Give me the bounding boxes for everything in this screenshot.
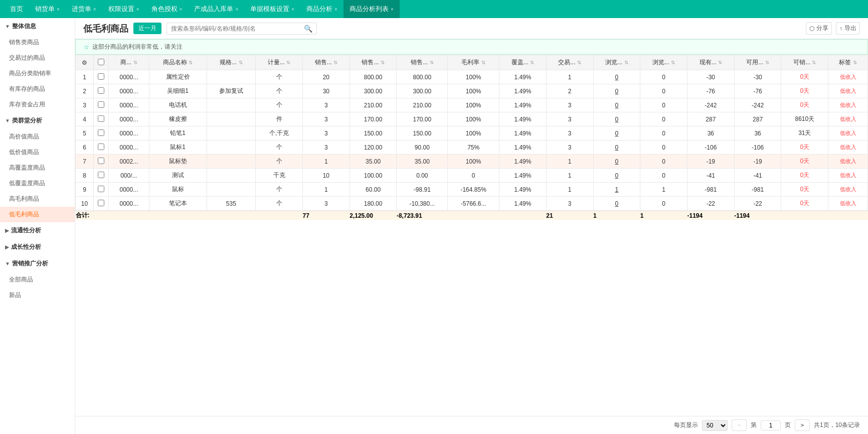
row-check[interactable] bbox=[98, 101, 104, 108]
row-num: 8 bbox=[76, 169, 94, 183]
row-view1[interactable]: 0 bbox=[593, 98, 640, 112]
row-view1[interactable]: 1 bbox=[593, 183, 640, 197]
col-tag[interactable]: 标签 ⇅ bbox=[828, 55, 868, 70]
row-check[interactable] bbox=[98, 73, 104, 80]
row-check[interactable] bbox=[98, 143, 104, 150]
col-sales-amount[interactable]: 销售... ⇅ bbox=[397, 55, 448, 70]
sidebar-item-high-value[interactable]: 高价值商品 bbox=[0, 129, 75, 144]
col-spec[interactable]: 规格... ⇅ bbox=[207, 55, 256, 70]
row-code: 0000... bbox=[109, 70, 149, 84]
row-current-stock: -106 bbox=[687, 140, 734, 155]
row-sales-qty: 1 bbox=[302, 155, 350, 169]
row-check[interactable] bbox=[98, 87, 104, 94]
prev-page-button[interactable]: ＜ bbox=[732, 419, 747, 431]
row-check[interactable] bbox=[98, 186, 104, 192]
row-code: 0000... bbox=[109, 98, 149, 112]
row-view1[interactable]: 0 bbox=[593, 112, 640, 126]
nav-sales[interactable]: 销货单 × bbox=[29, 0, 66, 18]
sidebar-item-stocked-goods[interactable]: 有库存的商品 bbox=[0, 81, 75, 97]
sidebar-section-circulation[interactable]: ▶ 流通性分析 bbox=[0, 222, 75, 239]
row-check[interactable] bbox=[98, 129, 104, 136]
col-name[interactable]: 商品名称 ⇅ bbox=[149, 55, 207, 70]
sidebar-item-sales-goods[interactable]: 销售类商品 bbox=[0, 35, 75, 50]
select-all-checkbox[interactable] bbox=[98, 59, 104, 65]
col-transaction[interactable]: 交易... ⇅ bbox=[546, 55, 593, 70]
nav-roles[interactable]: 角色授权 × bbox=[145, 0, 189, 18]
sidebar-section-overall[interactable]: ▼ 整体信息 bbox=[0, 18, 75, 35]
row-view1[interactable]: 0 bbox=[593, 126, 640, 140]
sidebar-item-low-margin[interactable]: 低毛利商品 bbox=[0, 207, 75, 222]
row-name: 鼠标垫 bbox=[149, 155, 207, 169]
sidebar-item-low-value[interactable]: 低价值商品 bbox=[0, 144, 75, 160]
search-icon[interactable]: 🔍 bbox=[304, 25, 312, 33]
sidebar-item-new-goods[interactable]: 新品 bbox=[0, 287, 75, 303]
row-check[interactable] bbox=[98, 200, 104, 206]
sidebar-section-growth[interactable]: ▶ 成长性分析 bbox=[0, 239, 75, 255]
nav-products-close[interactable]: × bbox=[235, 7, 238, 12]
row-view1[interactable]: 0 bbox=[593, 197, 640, 211]
row-sales-price: 150.00 bbox=[350, 126, 397, 140]
row-unit: 个 bbox=[256, 140, 303, 155]
export-button[interactable]: ↑ 导出 bbox=[836, 22, 860, 35]
nav-goods-analysis[interactable]: 商品分析 × bbox=[300, 0, 343, 18]
col-view2[interactable]: 浏览... ⇅ bbox=[640, 55, 687, 70]
col-view1[interactable]: 浏览... ⇅ bbox=[593, 55, 640, 70]
nav-goods-analysis-list[interactable]: 商品分析列表 × bbox=[343, 0, 400, 18]
col-sellable[interactable]: 可销... ⇅ bbox=[781, 55, 828, 70]
nav-products[interactable]: 产成品入库单 × bbox=[188, 0, 244, 18]
row-sellable: 31天 bbox=[781, 126, 828, 140]
nav-sales-close[interactable]: × bbox=[57, 7, 60, 12]
row-view1[interactable]: 0 bbox=[593, 169, 640, 183]
nav-permissions-close[interactable]: × bbox=[136, 7, 139, 12]
sidebar-item-stock-funds[interactable]: 库存资金占用 bbox=[0, 97, 75, 112]
row-view1[interactable]: 0 bbox=[593, 155, 640, 169]
sidebar-item-category-rate[interactable]: 商品分类助销率 bbox=[0, 66, 75, 81]
nav-templates-close[interactable]: × bbox=[291, 7, 294, 12]
nav-purchase-close[interactable]: × bbox=[93, 7, 96, 12]
nav-permissions[interactable]: 权限设置 × bbox=[102, 0, 145, 18]
col-code[interactable]: 商... ⇅ bbox=[109, 55, 149, 70]
sidebar-item-high-coverage[interactable]: 高覆盖度商品 bbox=[0, 160, 75, 176]
table-container[interactable]: ⚙ 商... ⇅ 商品名称 ⇅ 规格... ⇅ 计量... ⇅ 销售... ⇅ … bbox=[75, 55, 868, 416]
col-coverage[interactable]: 覆盖... ⇅ bbox=[499, 55, 547, 70]
col-unit[interactable]: 计量... ⇅ bbox=[256, 55, 303, 70]
sidebar-item-high-margin[interactable]: 高毛利商品 bbox=[0, 191, 75, 207]
nav-roles-close[interactable]: × bbox=[180, 7, 183, 12]
nav-purchase[interactable]: 进货单 × bbox=[66, 0, 102, 18]
sidebar-section-cluster[interactable]: ▼ 类群堂分析 bbox=[0, 112, 75, 129]
section-arrow-marketing: ▼ bbox=[5, 261, 10, 266]
nav-home[interactable]: 首页 bbox=[4, 0, 29, 18]
row-view1[interactable]: 0 bbox=[593, 70, 640, 84]
sidebar-item-all-goods[interactable]: 全部商品 bbox=[0, 272, 75, 287]
per-page-select[interactable]: 50 100 200 bbox=[702, 420, 728, 431]
row-gross-rate: 100% bbox=[448, 98, 499, 112]
row-gross-rate: 75% bbox=[448, 140, 499, 155]
page-number-input[interactable] bbox=[761, 420, 781, 430]
next-page-button[interactable]: ＞ bbox=[795, 419, 810, 431]
row-view1[interactable]: 0 bbox=[593, 140, 640, 155]
col-sales-qty[interactable]: 销售... ⇅ bbox=[302, 55, 350, 70]
nav-goods-analysis-list-close[interactable]: × bbox=[391, 7, 394, 12]
nav-goods-analysis-close[interactable]: × bbox=[334, 7, 337, 12]
table-header-row: ⚙ 商... ⇅ 商品名称 ⇅ 规格... ⇅ 计量... ⇅ 销售... ⇅ … bbox=[76, 55, 868, 70]
row-view1[interactable]: 0 bbox=[593, 84, 640, 98]
nav-templates[interactable]: 单据模板设置 × bbox=[244, 0, 300, 18]
col-sales-price[interactable]: 销售... ⇅ bbox=[350, 55, 397, 70]
row-check[interactable] bbox=[98, 115, 104, 122]
row-check[interactable] bbox=[98, 172, 104, 178]
col-current-stock[interactable]: 现有... ⇅ bbox=[687, 55, 734, 70]
time-filter-button[interactable]: 近一月 bbox=[133, 23, 161, 34]
col-available[interactable]: 可用... ⇅ bbox=[734, 55, 781, 70]
sidebar-item-traded-goods[interactable]: 交易过的商品 bbox=[0, 50, 75, 66]
sidebar-section-marketing[interactable]: ▼ 营销推广分析 bbox=[0, 255, 75, 272]
col-gross-rate[interactable]: 毛利率 ⇅ bbox=[448, 55, 499, 70]
search-input[interactable] bbox=[171, 25, 304, 32]
row-name: 笔记本 bbox=[149, 197, 207, 211]
row-sellable: 0天 bbox=[781, 155, 828, 169]
row-check[interactable] bbox=[98, 158, 104, 164]
sidebar-item-low-coverage[interactable]: 低覆盖度商品 bbox=[0, 176, 75, 191]
col-settings[interactable]: ⚙ bbox=[76, 55, 94, 70]
row-sales-qty: 3 bbox=[302, 140, 350, 155]
share-button[interactable]: ⬡ 分享 bbox=[806, 22, 832, 35]
row-sales-qty: 10 bbox=[302, 169, 350, 183]
